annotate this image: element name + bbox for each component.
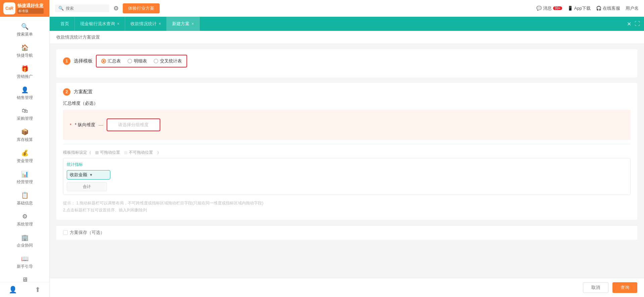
sidebar-logo: CaR 畅捷通好生意 标准版	[0, 0, 49, 17]
sidebar-item-basic[interactable]: 📋基础信息	[0, 188, 49, 209]
divider	[63, 144, 631, 144]
tab-collection-stats[interactable]: 收款情况统计×	[125, 17, 167, 31]
sidebar-item-guide[interactable]: 📖新手引导	[0, 252, 49, 273]
metric-area: 统计指标 收款金额 ▼ 合计	[63, 158, 631, 195]
action-bar: 取消 查询	[50, 278, 644, 297]
marketing-icon: 🎁	[21, 65, 29, 72]
search-input[interactable]	[66, 6, 106, 11]
sidebar-item-inventory[interactable]: 📦库存核算	[0, 125, 49, 146]
nav-label-quick-nav: 快捷导航	[17, 53, 33, 58]
nav-label-finance: 资金管理	[17, 158, 33, 164]
sidebar-item-system[interactable]: ⚙系统管理	[0, 209, 49, 231]
legend-draggable-label: 可拖动位置	[100, 150, 120, 155]
step1-header: 1 选择模板 汇总表 明细表 交叉统计表	[63, 55, 631, 67]
trial-button[interactable]: 体验行业方案	[123, 3, 160, 13]
legend-dot-fixed	[124, 151, 127, 154]
tab-cash-flow[interactable]: 现金银行流水查询×	[75, 17, 125, 31]
footer-section: 方案保存（可选）	[56, 225, 637, 240]
user-menu[interactable]: 用户名	[626, 5, 639, 11]
metric-subtag-total: 合计	[67, 182, 107, 191]
template-options: 汇总表 明细表 交叉统计表	[96, 55, 187, 67]
tab-close-cash-flow[interactable]: ×	[117, 21, 119, 26]
inventory-icon: 📦	[21, 128, 29, 136]
required-star: *	[70, 122, 71, 128]
save-checkbox[interactable]	[63, 230, 68, 235]
sidebar-item-purchase[interactable]: 🛍采购管理	[0, 104, 49, 125]
topbar-search-box[interactable]: 🔍	[55, 4, 109, 12]
sidebar-item-search-menu[interactable]: 🔍搜索菜单	[0, 19, 49, 41]
step1-title: 选择模板	[74, 58, 93, 64]
save-checkbox-label[interactable]: 方案保存（可选）	[63, 230, 105, 236]
online-service-button[interactable]: 🎧 在线客服	[596, 5, 620, 11]
app-download-button[interactable]: 📱 App下载	[568, 5, 591, 11]
legend-draggable: 可拖动位置	[95, 150, 120, 155]
step1-section: 1 选择模板 汇总表 明细表 交叉统计表	[56, 49, 637, 78]
user-name: 用户名	[626, 5, 639, 11]
nav-label-system: 系统管理	[17, 221, 33, 227]
nav-label-marketing: 营销推广	[17, 74, 33, 80]
tab-close-new-plan[interactable]: ×	[192, 21, 194, 26]
legend-fixed-label: 不可拖动位置	[129, 150, 153, 155]
sidebar-item-quick-nav[interactable]: 🏠快捷导航	[0, 41, 49, 62]
sidebar-item-collab[interactable]: 🏢企业协同	[0, 231, 49, 252]
cancel-button[interactable]: 取消	[583, 282, 608, 293]
sidebar: CaR 畅捷通好生意 标准版 🔍搜索菜单🏠快捷导航🎁营销推广👤销售管理🛍采购管理…	[0, 0, 50, 297]
legend-close-paren: ）	[157, 150, 161, 155]
dim-arrow: —	[99, 122, 103, 128]
query-button[interactable]: 查询	[612, 282, 637, 293]
tab-home[interactable]: 首页	[55, 17, 75, 31]
logo-badge: 标准版	[17, 8, 44, 14]
sidebar-item-sales[interactable]: 👤销售管理	[0, 83, 49, 104]
radio-cross[interactable]: 交叉统计表	[154, 58, 182, 64]
maximize-icon[interactable]: ⛶	[635, 21, 640, 27]
radio-detail[interactable]: 明细表	[127, 58, 147, 64]
sidebar-bottom-icon-right[interactable]: ⬆	[35, 286, 41, 294]
metric-settings: 模板指标设定（ 可拖动位置 不可拖动位置 ） 统计指标	[63, 150, 631, 195]
collab-icon: 🏢	[21, 234, 29, 241]
chevron-down-icon: ▼	[89, 173, 93, 177]
hardware-icon: 🖥	[22, 276, 28, 282]
sidebar-item-operation[interactable]: 📊经营管理	[0, 167, 49, 188]
operation-icon: 📊	[21, 170, 29, 178]
sidebar-item-finance[interactable]: 💰资金管理	[0, 146, 49, 167]
logo-name: 畅捷通好生意	[17, 3, 44, 8]
nav-label-collab: 企业协同	[17, 243, 33, 248]
legend-dot-draggable	[95, 151, 99, 154]
metric-section-label: 统计指标	[67, 162, 627, 167]
step1-badge: 1	[63, 57, 70, 65]
nav-label-search-menu: 搜索菜单	[17, 32, 33, 37]
step2-badge: 2	[63, 88, 70, 96]
nav-label-purchase: 采购管理	[17, 116, 33, 121]
content-area: 收款情况统计方案设置 1 选择模板 汇总表 明细表	[50, 31, 644, 297]
search-icon: 🔍	[58, 6, 64, 11]
logo-text-area: 畅捷通好生意 标准版	[17, 3, 44, 14]
logo-icon: CaR	[3, 2, 15, 14]
metric-tag-collection[interactable]: 收款金额 ▼	[67, 170, 110, 180]
message-button[interactable]: 💬 消息 99+	[536, 5, 562, 11]
sales-icon: 👤	[21, 86, 29, 94]
guide-icon: 📖	[21, 255, 29, 262]
sidebar-nav: 🔍搜索菜单🏠快捷导航🎁营销推广👤销售管理🛍采购管理📦库存核算💰资金管理📊经营管理…	[0, 17, 49, 282]
sidebar-item-marketing[interactable]: 🎁营销推广	[0, 62, 49, 83]
tab-new-plan[interactable]: 新建方案×	[167, 17, 200, 31]
step2-header: 2 方案配置	[63, 88, 631, 96]
radio-circle-cross	[154, 59, 158, 63]
sidebar-item-hardware[interactable]: 🖥智能硬件	[0, 273, 49, 282]
radio-circle-summary	[101, 59, 106, 63]
tab-close-collection-stats[interactable]: ×	[159, 21, 161, 26]
metric-tag-label: 收款金额	[70, 172, 87, 178]
save-checkbox-text: 方案保存（可选）	[70, 230, 105, 236]
download-icon: 📱	[568, 6, 573, 11]
nav-label-inventory: 库存核算	[17, 137, 33, 143]
close-window-icon[interactable]: ✕	[627, 21, 631, 27]
radio-summary[interactable]: 汇总表	[101, 58, 121, 64]
dim-select-box[interactable]: 请选择分组维度	[107, 118, 160, 131]
finance-icon: 💰	[21, 149, 29, 157]
sidebar-bottom-icon-left[interactable]: 👤	[9, 286, 17, 294]
breadcrumb: 收款情况统计方案设置	[56, 35, 100, 40]
topbar: 🔍 ⚙ 体验行业方案 💬 消息 99+ 📱 App下载 🎧 在线客服 用户名	[50, 0, 644, 17]
tab-label-new-plan: 新建方案	[172, 21, 190, 27]
radio-detail-label: 明细表	[134, 58, 147, 64]
gear-icon[interactable]: ⚙	[113, 5, 119, 12]
main-area: 🔍 ⚙ 体验行业方案 💬 消息 99+ 📱 App下载 🎧 在线客服 用户名	[50, 0, 644, 297]
